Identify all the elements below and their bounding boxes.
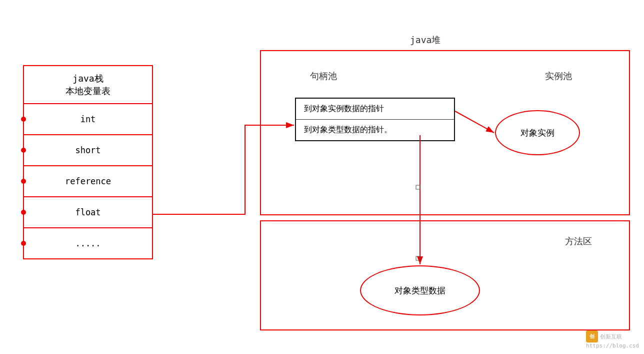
- handle-row-instance: 到对象实例数据的指针: [296, 99, 454, 120]
- obj-instance-ellipse: 对象实例: [495, 110, 580, 155]
- watermark-icon: 创: [586, 330, 598, 342]
- java-stack: java栈 本地变量表 int short reference float ..…: [23, 65, 153, 259]
- watermark: 创 创新互联 https://blog.csd: [586, 330, 639, 349]
- stack-cell-short: short: [24, 135, 152, 166]
- arrow-instance-pointer: [455, 111, 494, 133]
- arrow-reference-to-handle: [153, 125, 294, 214]
- junction-square: [416, 185, 420, 189]
- stack-cell-int: int: [24, 104, 152, 135]
- diagram-container: java堆 java栈 本地变量表 int short reference fl…: [0, 0, 644, 354]
- stack-cell-float: float: [24, 197, 152, 228]
- handle-box: 到对象实例数据的指针 到对象类型数据的指针。: [295, 98, 455, 141]
- handle-pool-label: 句柄池: [310, 70, 337, 82]
- instance-pool-label: 实例池: [545, 70, 572, 82]
- stack-cell-dots: .....: [24, 228, 152, 258]
- obj-type-ellipse: 对象类型数据: [360, 265, 480, 315]
- handle-row-type: 到对象类型数据的指针。: [296, 120, 454, 140]
- stack-cell-reference: reference: [24, 166, 152, 197]
- java-heap-label: java堆: [410, 34, 440, 46]
- method-area-label: 方法区: [565, 235, 592, 247]
- stack-header: java栈 本地变量表: [24, 66, 152, 104]
